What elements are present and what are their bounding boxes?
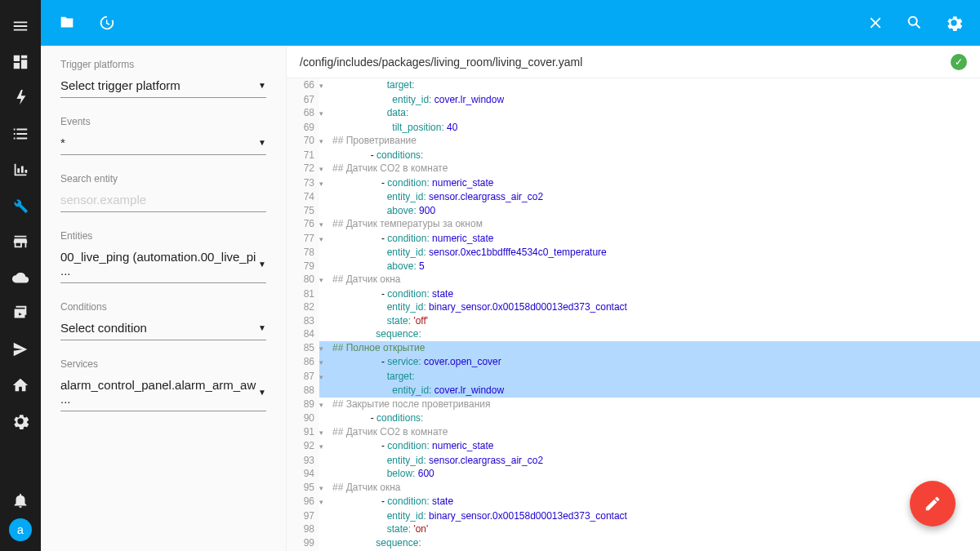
fold-marker[interactable]: ▾ <box>319 106 329 121</box>
lightning-icon[interactable] <box>11 88 30 108</box>
code-line[interactable]: 92▾ - condition: numeric_state <box>287 439 980 454</box>
fold-marker[interactable] <box>319 411 329 425</box>
fold-marker[interactable]: ▾ <box>319 398 329 412</box>
services-select[interactable]: alarm_control_panel.alarm_arm_aw ... ▼ <box>60 375 266 411</box>
code-line[interactable]: 86▾ - service: cover.open_cover <box>287 355 980 370</box>
chart-icon[interactable] <box>11 160 30 180</box>
code-area[interactable]: 66▾ target:67 entity_id: cover.lr_window… <box>287 78 980 551</box>
fold-marker[interactable]: ▾ <box>319 439 329 454</box>
fold-marker[interactable] <box>319 522 329 536</box>
code-line[interactable]: 80▾## Датчик окна <box>287 273 980 287</box>
code-line[interactable]: 72▾## Датчик CO2 в комнате <box>287 162 980 176</box>
code-line[interactable]: 91▾## Датчик CO2 в комнате <box>287 425 980 440</box>
fold-marker[interactable] <box>319 149 329 162</box>
gear-icon[interactable] <box>11 411 30 431</box>
wrench-icon[interactable] <box>11 196 30 216</box>
home-icon[interactable] <box>11 375 30 395</box>
fold-marker[interactable] <box>319 121 329 135</box>
code-line[interactable]: 99 sequence: <box>287 536 980 550</box>
fold-marker[interactable]: ▾ <box>319 425 329 440</box>
fold-marker[interactable] <box>319 467 329 481</box>
fold-marker[interactable] <box>319 314 329 328</box>
code-line[interactable]: 67 entity_id: cover.lr_window <box>287 93 980 107</box>
fold-marker[interactable] <box>319 509 329 523</box>
entities-select[interactable]: 00_live_ping (automation.00_live_pi ... … <box>60 247 266 283</box>
code-line[interactable]: 95▾## Датчик окна <box>287 481 980 495</box>
search-entity-input[interactable] <box>60 189 266 212</box>
fold-marker[interactable] <box>319 204 329 218</box>
code-line[interactable]: 84 sequence: <box>287 327 980 341</box>
arrow-icon[interactable] <box>11 340 30 359</box>
fold-marker[interactable]: ▾ <box>319 495 329 509</box>
search-icon[interactable] <box>895 3 934 42</box>
fold-marker[interactable]: ▾ <box>319 78 329 93</box>
code-line[interactable]: 69 tilt_position: 40 <box>287 121 980 135</box>
code-line[interactable]: 75 above: 900 <box>287 204 980 218</box>
fold-marker[interactable] <box>319 93 329 107</box>
code-line[interactable]: 85▾## Полное открытие <box>287 341 980 356</box>
line-number: 69 <box>287 121 319 135</box>
close-icon[interactable] <box>856 3 895 42</box>
code-line[interactable]: 79 above: 5 <box>287 260 980 273</box>
code-line[interactable]: 96▾ - condition: state <box>287 495 980 509</box>
fold-marker[interactable]: ▾ <box>319 217 329 232</box>
code-line[interactable]: 83 state: 'off' <box>287 314 980 328</box>
fold-marker[interactable]: ▾ <box>319 355 329 370</box>
store-icon[interactable] <box>11 232 30 251</box>
code-line[interactable]: 68▾ data: <box>287 106 980 121</box>
events-select[interactable]: * ▼ <box>60 132 266 155</box>
code-line[interactable]: 70▾## Проветривание <box>287 134 980 149</box>
fold-marker[interactable]: ▾ <box>319 232 329 247</box>
fold-marker[interactable]: ▾ <box>319 162 329 176</box>
code-line[interactable]: 93 entity_id: sensor.cleargrass_air_co2 <box>287 454 980 468</box>
menu-icon[interactable] <box>11 16 30 36</box>
fold-marker[interactable]: ▾ <box>319 273 329 287</box>
code-line[interactable]: 77▾ - condition: numeric_state <box>287 232 980 247</box>
media-icon[interactable] <box>11 304 30 323</box>
edit-fab[interactable] <box>910 481 956 527</box>
bell-icon[interactable] <box>11 491 30 510</box>
code-line[interactable]: 71 - conditions: <box>287 149 980 162</box>
trigger-platforms-select[interactable]: Select trigger platform ▼ <box>60 75 266 98</box>
code-line[interactable]: 76▾## Датчик температуры за окном <box>287 217 980 232</box>
code-line[interactable]: 90 - conditions: <box>287 411 980 425</box>
list-icon[interactable] <box>11 124 30 144</box>
conditions-select[interactable]: Select condition ▼ <box>60 318 266 340</box>
code-line[interactable]: 87▾ target: <box>287 370 980 384</box>
code-line[interactable]: 74 entity_id: sensor.cleargrass_air_co2 <box>287 190 980 204</box>
fold-marker[interactable] <box>319 454 329 468</box>
fold-marker[interactable] <box>319 327 329 341</box>
avatar[interactable]: a <box>9 518 32 541</box>
code-line[interactable]: 97 entity_id: binary_sensor.0x00158d0001… <box>287 509 980 523</box>
code-line[interactable]: 94 below: 600 <box>287 467 980 481</box>
fold-marker[interactable] <box>319 190 329 204</box>
code-line[interactable]: 98 state: 'on' <box>287 522 980 536</box>
code-line[interactable]: 81 - condition: state <box>287 287 980 301</box>
fold-marker[interactable] <box>319 260 329 273</box>
fold-marker[interactable] <box>319 287 329 301</box>
fold-marker[interactable] <box>319 536 329 550</box>
code-line[interactable]: 73▾ - condition: numeric_state <box>287 176 980 191</box>
fold-marker[interactable]: ▾ <box>319 176 329 191</box>
code-line[interactable]: 89▾## Закрытие после проветривания <box>287 398 980 412</box>
fold-marker[interactable]: ▾ <box>319 134 329 149</box>
code-line[interactable]: 82 entity_id: binary_sensor.0x00158d0001… <box>287 300 980 314</box>
folder-icon[interactable] <box>47 3 87 42</box>
fold-marker[interactable] <box>319 384 329 398</box>
history-icon[interactable] <box>87 3 126 42</box>
settings-icon[interactable] <box>934 3 973 42</box>
code-text: entity_id: cover.lr_window <box>329 384 504 398</box>
code-text: sequence: <box>329 536 421 550</box>
fold-marker[interactable]: ▾ <box>319 481 329 495</box>
code-line[interactable]: 88 entity_id: cover.lr_window <box>287 384 980 398</box>
code-text: - condition: numeric_state <box>329 232 493 247</box>
fold-marker[interactable] <box>319 300 329 314</box>
fold-marker[interactable]: ▾ <box>319 341 329 356</box>
line-number: 73 <box>287 176 319 191</box>
code-line[interactable]: 66▾ target: <box>287 78 980 93</box>
cloud-icon[interactable] <box>11 268 30 287</box>
dashboard-icon[interactable] <box>11 52 30 72</box>
fold-marker[interactable]: ▾ <box>319 370 329 384</box>
fold-marker[interactable] <box>319 246 329 260</box>
code-line[interactable]: 78 entity_id: sensor.0xec1bbdfffe4534c0_… <box>287 246 980 260</box>
